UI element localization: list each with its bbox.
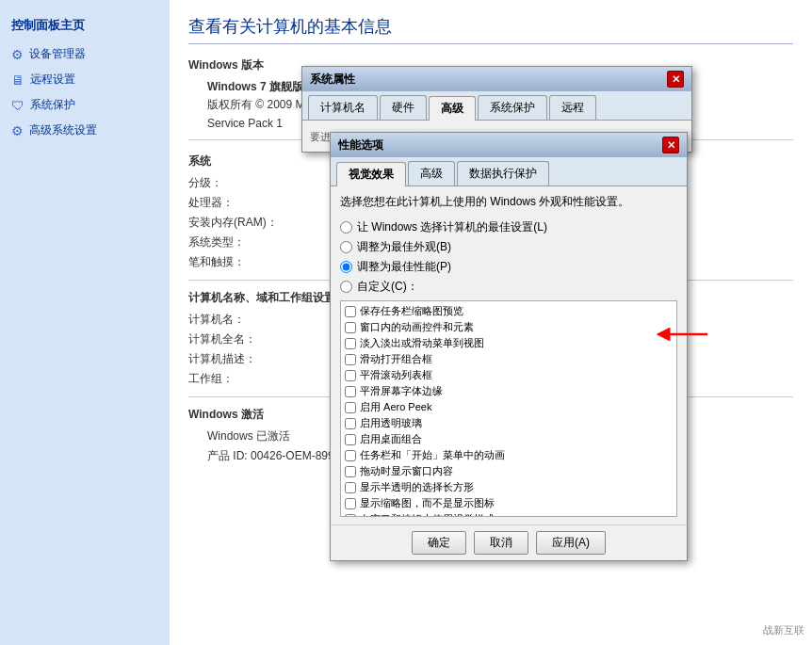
radio-windows-best: 让 Windows 选择计算机的最佳设置(L) bbox=[340, 219, 677, 235]
checkbox-item: 显示半透明的选择长方形 bbox=[341, 479, 676, 495]
red-arrow-annotation bbox=[656, 325, 712, 344]
checkbox-item: 显示缩略图，而不是显示图标 bbox=[341, 495, 676, 511]
perf-body: 选择您想在此计算机上使用的 Windows 外观和性能设置。 让 Windows… bbox=[331, 186, 687, 524]
checkbox-label-12: 显示缩略图，而不是显示图标 bbox=[360, 496, 495, 510]
perf-close-button[interactable]: ✕ bbox=[662, 137, 679, 153]
checkbox-item: 平滑屏幕字体边缘 bbox=[341, 383, 676, 399]
radio-best-performance-input[interactable] bbox=[340, 261, 352, 273]
checkbox-label-11: 显示半透明的选择长方形 bbox=[360, 480, 474, 494]
sysclass-titlebar: 系统属性 ✕ bbox=[302, 67, 691, 91]
radio-custom-input[interactable] bbox=[340, 281, 352, 293]
checkbox-item: 平滑滚动列表框 bbox=[341, 367, 676, 383]
tab-advanced[interactable]: 高级 bbox=[429, 96, 476, 121]
sidebar-home-link[interactable]: 控制面板主页 bbox=[0, 9, 170, 41]
perf-tab-visual[interactable]: 视觉效果 bbox=[336, 162, 406, 186]
checkbox-input-6[interactable] bbox=[345, 402, 356, 413]
checkbox-label-8: 启用桌面组合 bbox=[360, 432, 422, 446]
perf-titlebar: 性能选项 ✕ bbox=[331, 133, 687, 157]
sysclass-close-button[interactable]: ✕ bbox=[667, 71, 684, 88]
checkbox-input-9[interactable] bbox=[345, 450, 356, 461]
checkbox-input-5[interactable] bbox=[345, 386, 356, 397]
system-protection-icon: 🛡 bbox=[11, 98, 24, 113]
perf-title: 性能选项 bbox=[338, 137, 383, 153]
checkbox-item: 启用 Aero Peek bbox=[341, 399, 676, 415]
perf-tabs: 视觉效果 高级 数据执行保护 bbox=[331, 157, 687, 186]
radio-best-appearance-input[interactable] bbox=[340, 241, 352, 253]
tab-computer-name[interactable]: 计算机名 bbox=[308, 95, 378, 120]
sysclass-title: 系统属性 bbox=[310, 72, 355, 88]
checkbox-label-0: 保存任务栏缩略图预览 bbox=[360, 304, 463, 318]
checkbox-label-1: 窗口内的动画控件和元素 bbox=[360, 320, 474, 334]
checkbox-label-9: 任务栏和「开始」菜单中的动画 bbox=[360, 448, 505, 462]
radio-custom: 自定义(C)： bbox=[340, 279, 677, 295]
perf-tab-advanced[interactable]: 高级 bbox=[408, 161, 455, 185]
radio-windows-best-input[interactable] bbox=[340, 221, 352, 234]
page-title: 查看有关计算机的基本信息 bbox=[188, 15, 793, 44]
perf-ok-button[interactable]: 确定 bbox=[412, 531, 466, 555]
checkbox-item: 窗口内的动画控件和元素 bbox=[341, 319, 676, 335]
checkbox-input-3[interactable] bbox=[345, 354, 356, 365]
checkbox-label-10: 拖动时显示窗口内容 bbox=[360, 464, 453, 478]
radio-best-performance-label: 调整为最佳性能(P) bbox=[357, 259, 451, 275]
checkbox-input-12[interactable] bbox=[345, 498, 356, 509]
checkbox-input-2[interactable] bbox=[345, 338, 356, 349]
row-label: 计算机描述： bbox=[188, 351, 311, 367]
checkbox-label-3: 滑动打开组合框 bbox=[360, 352, 432, 366]
checkbox-item: 保存任务栏缩略图预览 bbox=[341, 303, 676, 319]
checkbox-label-6: 启用 Aero Peek bbox=[360, 400, 431, 414]
sidebar-item-system-protection[interactable]: 🛡 系统保护 bbox=[0, 92, 170, 118]
tab-remote[interactable]: 远程 bbox=[549, 95, 596, 120]
checkbox-label-7: 启用透明玻璃 bbox=[360, 416, 422, 430]
radio-best-appearance: 调整为最佳外观(B) bbox=[340, 239, 677, 255]
checkbox-list[interactable]: 保存任务栏缩略图预览窗口内的动画控件和元素淡入淡出或滑动菜单到视图滑动打开组合框… bbox=[340, 300, 677, 517]
radio-custom-label: 自定义(C)： bbox=[357, 279, 418, 295]
row-label: 分级： bbox=[188, 175, 311, 191]
perf-dialog: 性能选项 ✕ 视觉效果 高级 数据执行保护 选择您想在此计算机上使用的 Wind… bbox=[330, 132, 688, 561]
row-label: 处理器： bbox=[188, 195, 311, 211]
advanced-settings-icon: ⚙ bbox=[11, 123, 24, 138]
perf-radio-group: 让 Windows 选择计算机的最佳设置(L) 调整为最佳外观(B) 调整为最佳… bbox=[340, 219, 677, 295]
sidebar-item-label: 设备管理器 bbox=[29, 46, 86, 62]
checkbox-input-4[interactable] bbox=[345, 370, 356, 381]
sidebar-item-label: 系统保护 bbox=[30, 97, 75, 113]
radio-best-performance: 调整为最佳性能(P) bbox=[340, 259, 677, 275]
sidebar-item-label: 远程设置 bbox=[30, 72, 75, 88]
tab-hardware[interactable]: 硬件 bbox=[380, 95, 427, 120]
sidebar-item-label: 高级系统设置 bbox=[29, 122, 97, 138]
checkbox-item: 淡入淡出或滑动菜单到视图 bbox=[341, 335, 676, 351]
checkbox-input-1[interactable] bbox=[345, 322, 356, 333]
checkbox-input-10[interactable] bbox=[345, 466, 356, 477]
checkbox-input-11[interactable] bbox=[345, 482, 356, 493]
perf-footer: 确定 取消 应用(A) bbox=[331, 524, 687, 560]
perf-apply-button[interactable]: 应用(A) bbox=[536, 531, 606, 555]
row-label: 笔和触摸： bbox=[188, 254, 311, 270]
watermark: 战新互联 bbox=[763, 623, 804, 637]
checkbox-input-0[interactable] bbox=[345, 306, 356, 317]
checkbox-item: 在窗口和按钮上使用视觉样式 bbox=[341, 511, 676, 517]
checkbox-item: 启用透明玻璃 bbox=[341, 415, 676, 431]
row-label: 安装内存(RAM)： bbox=[188, 215, 311, 231]
checkbox-input-8[interactable] bbox=[345, 434, 356, 445]
row-label: 系统类型： bbox=[188, 234, 311, 250]
checkbox-item: 滑动打开组合框 bbox=[341, 351, 676, 367]
sidebar-item-advanced-settings[interactable]: ⚙ 高级系统设置 bbox=[0, 118, 170, 143]
sidebar-item-device-manager[interactable]: ⚙ 设备管理器 bbox=[0, 41, 170, 67]
perf-cancel-button[interactable]: 取消 bbox=[474, 531, 528, 555]
remote-settings-icon: 🖥 bbox=[11, 73, 24, 88]
row-label: 工作组： bbox=[188, 371, 311, 387]
tab-system-protection[interactable]: 系统保护 bbox=[478, 95, 547, 120]
sidebar-item-remote-settings[interactable]: 🖥 远程设置 bbox=[0, 67, 170, 92]
checkbox-input-13[interactable] bbox=[345, 514, 356, 518]
perf-tab-dep[interactable]: 数据执行保护 bbox=[457, 161, 549, 185]
row-label: 计算机全名： bbox=[188, 331, 311, 347]
checkbox-item: 拖动时显示窗口内容 bbox=[341, 463, 676, 479]
perf-description: 选择您想在此计算机上使用的 Windows 外观和性能设置。 bbox=[340, 194, 677, 210]
row-label: 计算机名： bbox=[188, 312, 311, 328]
checkbox-input-7[interactable] bbox=[345, 418, 356, 429]
checkbox-label-2: 淡入淡出或滑动菜单到视图 bbox=[360, 336, 484, 350]
radio-best-appearance-label: 调整为最佳外观(B) bbox=[357, 239, 451, 255]
device-manager-icon: ⚙ bbox=[11, 47, 24, 62]
checkbox-item: 启用桌面组合 bbox=[341, 431, 676, 447]
sysclass-tabs: 计算机名 硬件 高级 系统保护 远程 bbox=[302, 91, 691, 121]
radio-windows-best-label: 让 Windows 选择计算机的最佳设置(L) bbox=[357, 219, 547, 235]
